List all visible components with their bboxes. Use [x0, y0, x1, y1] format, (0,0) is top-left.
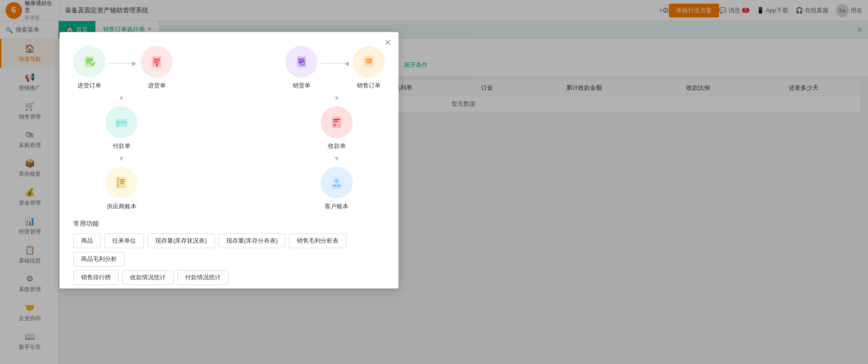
- func-btn-sales-rank[interactable]: 销售排行榜: [73, 270, 119, 285]
- arrow-2: ◀: [321, 60, 349, 67]
- customer-ledger-icon: [321, 167, 353, 199]
- func-btn-inventory-dist[interactable]: 现存量(库存分布表): [218, 234, 286, 248]
- sales-order-icon: [353, 46, 385, 78]
- common-funcs: 常用功能 商品 往来单位 现存量(库存状况表) 现存量(库存分布表) 销售毛利分…: [73, 220, 385, 285]
- svg-text:¥: ¥: [333, 123, 336, 127]
- svg-rect-6: [116, 121, 127, 123]
- arrow-down-sales: ▼: [321, 94, 353, 102]
- flow-row-5: 供应商账本 客户账本: [73, 167, 385, 211]
- func-buttons-row2: 销售排行榜 收款情况统计 付款情况统计: [73, 270, 385, 285]
- flow-row-4: ▼ ▼: [73, 155, 385, 162]
- flow-node-sales-bill: 销货单: [285, 46, 317, 90]
- arrow-down-purchase: ▼: [105, 94, 137, 102]
- purchase-bill-icon: [141, 46, 173, 78]
- svg-rect-11: [117, 177, 119, 188]
- svg-rect-13: [332, 185, 341, 188]
- func-btn-goods[interactable]: 商品: [73, 234, 101, 248]
- sales-bill-icon: [285, 46, 317, 78]
- flow-row-2: ▼ ▼: [73, 94, 385, 102]
- func-buttons: 商品 往来单位 现存量(库存状况表) 现存量(库存分布表) 销售毛利分析表 商品…: [73, 234, 385, 266]
- func-btn-payment-stat[interactable]: 付款情况统计: [177, 270, 229, 285]
- flow-node-receipt: ¥ 收款单: [321, 106, 353, 150]
- popup-card: ✕ 进货订单 ▶: [60, 32, 399, 288]
- flow-node-payment: ¥ 付款单: [105, 106, 137, 150]
- popup-close-button[interactable]: ✕: [384, 38, 391, 48]
- flow-node-purchase-bill: 进货单: [141, 46, 173, 90]
- flow-node-sales-order: 销售订单: [353, 46, 385, 90]
- func-btn-counterpart[interactable]: 往来单位: [104, 234, 144, 248]
- supplier-ledger-icon: [105, 167, 137, 199]
- common-funcs-title: 常用功能: [73, 220, 385, 228]
- flow-row-3: ¥ 付款单 ¥ 收款单: [73, 106, 385, 150]
- flow-node-purchase-order: 进货订单: [73, 46, 105, 90]
- svg-rect-2: [297, 56, 306, 67]
- svg-rect-0: [85, 56, 94, 67]
- func-btn-receipt-stat[interactable]: 收款情况统计: [122, 270, 174, 285]
- func-btn-sales-profit[interactable]: 销售毛利分析表: [289, 234, 346, 248]
- func-btn-goods-profit[interactable]: 商品毛利分析: [73, 252, 125, 266]
- receipt-icon: ¥: [321, 106, 353, 138]
- flow-row-1: 进货订单 ▶ 进货单: [73, 46, 385, 90]
- arrow-1: ▶: [109, 60, 137, 67]
- svg-point-12: [334, 179, 339, 183]
- flow-node-supplier-ledger: 供应商账本: [105, 167, 137, 211]
- payment-icon: ¥: [105, 106, 137, 138]
- arrow-down-receipt: ▼: [321, 155, 353, 162]
- arrow-down-payment: ▼: [105, 155, 137, 162]
- purchase-order-icon: [73, 46, 105, 78]
- popup-overlay: ✕ 进货订单 ▶: [0, 0, 868, 364]
- svg-rect-4: [364, 56, 373, 67]
- func-btn-inventory-status[interactable]: 现存量(库存状况表): [147, 234, 215, 248]
- flow-node-customer-ledger: 客户账本: [321, 167, 353, 211]
